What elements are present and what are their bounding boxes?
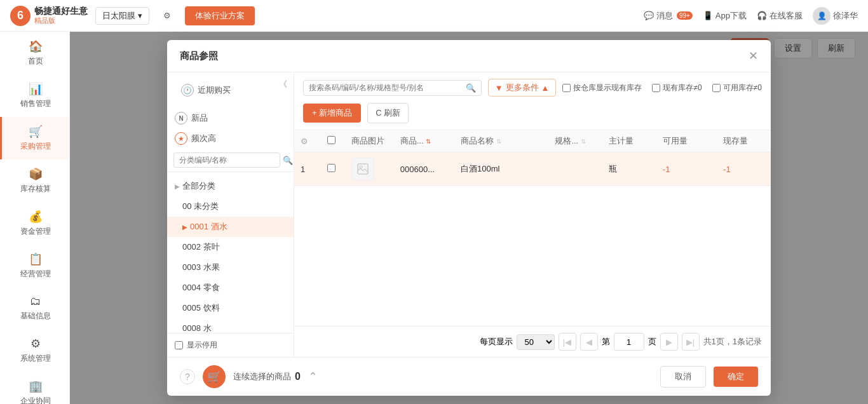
sidebar-item-inventory[interactable]: 📦 库存核算 [0,159,69,202]
app-download-btn[interactable]: 📱 App下载 [703,10,747,22]
settings-icon[interactable]: ⚙ [157,6,177,26]
phone-icon: 📱 [703,11,713,20]
filter-btn[interactable]: ▼ 更多条件 ▲ [488,79,557,97]
topbar: 6 畅捷通好生意 精品版 日太阳膜 ▾ ⚙ 体验行业方案 💬 消息 99+ 📱 … [0,0,868,32]
home-icon: 🏠 [29,39,43,53]
logo-text: 畅捷通好生意 [34,6,88,17]
last-page-btn[interactable]: ▶| [682,333,700,351]
cancel-btn[interactable]: 取消 [660,366,706,387]
sidebar-item-enterprise[interactable]: 🏢 企业协同 [0,372,69,404]
sidebar-item-label: 企业协同 [20,396,51,404]
th-code[interactable]: 商品... ⇅ [394,130,454,152]
show-disabled-checkbox[interactable] [175,341,183,349]
tree-item-uncategorized[interactable]: 00 未分类 [167,196,294,217]
tree-item-water[interactable]: 0008 水 [167,318,294,333]
sort-icon: ⇅ [581,138,586,145]
prev-page-btn[interactable]: ◀ [580,333,598,351]
left-panel: 🕐 近期购买 《 N 新品 ★ 频次高 [167,72,294,357]
sidebar-item-basic[interactable]: 🗂 基础信息 [0,287,69,329]
tree-item-label: 0008 水 [182,323,212,333]
first-page-btn[interactable]: |◀ [559,333,576,351]
sidebar-item-purchase[interactable]: 🛒 采购管理 [0,117,69,159]
tree-item-fruit[interactable]: 0003 水果 [167,257,294,278]
logo-icon: 6 [10,6,31,26]
tree-item-label: 全部分类 [182,180,215,192]
purchase-icon: 🛒 [29,125,43,138]
enterprise-icon: 🏢 [29,379,43,393]
tree-item-beverage[interactable]: 0005 饮料 [167,298,294,318]
search-bar: 🔍 [303,80,482,96]
sidebar-item-home[interactable]: 🏠 首页 [0,32,69,74]
inventory-icon: 📦 [29,167,43,181]
help-btn[interactable]: ? [180,369,195,384]
category-search-input[interactable] [173,152,280,168]
th-stock[interactable]: 现存量 [717,130,771,152]
sidebar-item-sales[interactable]: 📊 销售管理 [0,74,69,117]
svg-point-1 [360,166,362,168]
th-settings[interactable]: ⚙ [294,130,321,152]
tree-item-label: 0005 饮料 [182,302,220,314]
sidebar-item-finance[interactable]: 💰 资金管理 [0,202,69,245]
sidebar-item-operation[interactable]: 📋 经营管理 [0,245,69,287]
cart-btn[interactable]: 🛒 [203,365,226,388]
message-badge: 99+ [677,11,693,20]
page-unit: 页 [648,336,656,347]
row-select-checkbox[interactable] [327,164,336,172]
sidebar-item-label: 系统管理 [20,353,51,364]
search-icon[interactable]: 🔍 [466,83,476,93]
tree-item-snack[interactable]: 0004 零食 [167,278,294,298]
category-search-icon[interactable]: 🔍 [283,156,293,165]
product-thumbnail [351,158,374,180]
confirm-btn[interactable]: 确定 [714,367,758,387]
star-icon: ★ [175,132,187,145]
quick-filter-frequent[interactable]: ★ 频次高 [167,128,294,149]
row-unit: 瓶 [602,152,656,186]
checkbox-warehouse[interactable]: 按仓库显示现有库存 [562,83,642,93]
topbar-right: 💬 消息 99+ 📱 App下载 🎧 在线客服 👤 徐泽华 [644,7,858,25]
basic-icon: 🗂 [30,295,41,308]
tree-item-liquor[interactable]: ▶ 0001 酒水 [167,217,294,237]
table-row[interactable]: 1 [294,152,771,186]
pagination: 每页显示 50 100 200 |◀ ◀ 第 页 ▶ [294,326,771,357]
new-product-btn[interactable]: + 新增商品 [303,104,361,123]
main-layout: 🏠 首页 📊 销售管理 🛒 采购管理 📦 库存核算 💰 资金管理 📋 经营管理 … [0,32,868,404]
store-selector[interactable]: 日太阳膜 ▾ [95,7,149,25]
sidebar-item-system[interactable]: ⚙ 系统管理 [0,329,69,372]
product-table-wrap: ⚙ 商品图片 [294,130,771,326]
message-btn[interactable]: 💬 消息 99+ [644,10,693,22]
modal-dialog: 商品参照 ✕ 🕐 近期购买 《 [167,40,771,396]
tree-item-all[interactable]: ▶ 全部分类 [167,176,294,196]
row-num: 1 [294,152,321,186]
th-spec[interactable]: 规格... ⇅ [548,130,602,152]
experience-btn[interactable]: 体验行业方案 [185,6,255,25]
sales-icon: 📊 [29,82,43,96]
sidebar: 🏠 首页 📊 销售管理 🛒 采购管理 📦 库存核算 💰 资金管理 📋 经营管理 … [0,32,70,404]
collapse-icon[interactable]: ⌃ [308,370,318,384]
th-name[interactable]: 商品名称 ⇅ [454,130,548,152]
quick-filter-area: 🕐 近期购买 《 [167,72,294,108]
modal-close-btn[interactable]: ✕ [749,49,758,63]
per-page-select[interactable]: 50 100 200 [517,334,555,350]
user-menu[interactable]: 👤 徐泽华 [813,7,858,25]
th-unit[interactable]: 主计量 [602,130,656,152]
checkbox-group: 按仓库显示现有库存 现有库存≠0 可用库存≠0 [562,83,762,93]
settings-icon[interactable]: ⚙ [301,137,308,146]
row-stock: -1 [717,152,771,186]
headset-icon: 🎧 [757,11,767,20]
quick-filter-recent[interactable]: 🕐 近期购买 [173,79,238,102]
online-service-btn[interactable]: 🎧 在线客服 [757,10,803,22]
next-page-btn[interactable]: ▶ [660,333,678,351]
search-input[interactable] [309,83,466,92]
page-input[interactable] [614,333,644,351]
row-checkbox [321,152,345,186]
right-panel: 🔍 ▼ 更多条件 ▲ 按仓库显示现有库存 [294,72,771,357]
refresh-btn[interactable]: C 刷新 [367,103,409,123]
checkbox-available[interactable]: 可用库存≠0 [712,83,762,93]
logo: 6 畅捷通好生意 精品版 [10,6,88,26]
th-available[interactable]: 可用量 [656,130,717,152]
select-all-checkbox[interactable] [327,136,336,144]
collapse-btn[interactable]: 《 [279,79,287,102]
quick-filter-new[interactable]: N 新品 [167,108,294,128]
checkbox-stock[interactable]: 现有库存≠0 [652,83,702,93]
tree-item-tea[interactable]: 0002 茶叶 [167,237,294,257]
